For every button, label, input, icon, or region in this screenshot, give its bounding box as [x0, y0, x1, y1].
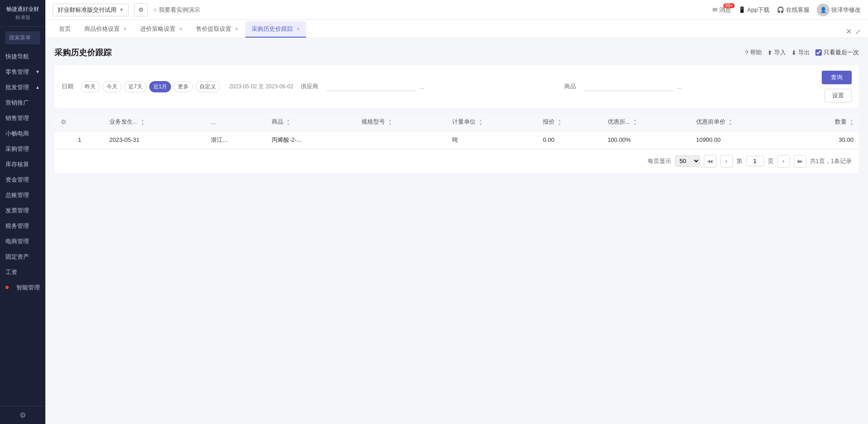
supplier-input[interactable] — [326, 82, 416, 91]
page-last-button[interactable]: ⏭ — [794, 155, 806, 168]
online-support-button[interactable]: 🎧 在线客服 — [777, 6, 809, 14]
date-btn-yesterday[interactable]: 昨天 — [81, 81, 100, 92]
per-page-label: 每页显示 — [648, 157, 671, 165]
sidebar-search-area: 搜索菜单 — [0, 27, 45, 49]
last-only-checkbox[interactable] — [815, 49, 822, 56]
date-range-display: 2023-05-02 至 2023-06-02 — [229, 83, 293, 91]
page-first-button[interactable]: ⏮ — [704, 155, 717, 168]
th-quoted-price[interactable]: 报价 ▲▼ — [537, 113, 602, 131]
close-icon[interactable]: × — [235, 26, 238, 32]
settings-icon[interactable]: ⚙ — [20, 411, 26, 419]
th-spec[interactable]: 规格型号 ▲▼ — [356, 113, 447, 131]
date-filter-label: 日期 — [62, 82, 73, 91]
cell-index: 1 — [73, 131, 104, 149]
sidebar-item-invoice[interactable]: 发票管理 — [0, 203, 45, 218]
product-name: 好业财标准版交付试用 — [58, 6, 117, 14]
avatar: 👤 — [817, 4, 829, 16]
sidebar-item-finance[interactable]: 资金管理 — [0, 172, 45, 188]
sidebar-item-purchase[interactable]: 采购管理 — [0, 141, 45, 157]
close-icon[interactable]: × — [179, 26, 182, 32]
export-button[interactable]: ⬇ 导出 — [791, 48, 810, 57]
product-selector[interactable]: 好业财标准版交付试用 ▼ — [53, 4, 129, 16]
headset-icon: 🎧 — [777, 6, 784, 13]
page-total-info: 共1页，1条记录 — [810, 157, 852, 165]
sidebar-item-retail[interactable]: 零售管理 ▼ — [0, 64, 45, 80]
page-suffix-label: 页 — [768, 157, 774, 165]
th-unit[interactable]: 计量单位 ▲▼ — [447, 113, 537, 131]
sidebar-item-fixed-assets[interactable]: 固定资产 — [0, 249, 45, 265]
sidebar-item-ecommerce[interactable]: 电商管理 — [0, 234, 45, 249]
supplier-label: 供应商 — [301, 82, 318, 91]
last-only-checkbox-label[interactable]: 只看最后一次 — [815, 48, 859, 57]
query-button[interactable]: 查询 — [822, 71, 852, 84]
th-index — [73, 113, 104, 131]
page-number-input[interactable] — [746, 156, 764, 166]
app-download-button[interactable]: 📱 App下载 — [738, 6, 770, 14]
supplier-more-button[interactable]: ... — [419, 83, 424, 90]
page-prev-button[interactable]: ‹ — [720, 155, 733, 168]
goods-more-button[interactable]: ... — [677, 83, 682, 90]
messages-button[interactable]: ✉ 消息 99+ — [712, 6, 731, 14]
cell-goods: 丙烯酸-2-... — [266, 131, 356, 149]
table-row: 1 2023-05-31 浙江... 丙烯酸-2-... 吨 0.00 100.… — [54, 131, 859, 149]
date-btn-1month[interactable]: 近1月 — [149, 81, 171, 92]
message-badge: 99+ — [723, 3, 735, 8]
sidebar-item-sales[interactable]: 销售管理 — [0, 111, 45, 126]
cell-discount-pct: 100.00% — [602, 131, 691, 149]
sidebar-item-ledger[interactable]: 总账管理 — [0, 188, 45, 203]
cell-pre-discount-price: 10900.00 — [691, 131, 795, 149]
date-btn-7days[interactable]: 近7天 — [124, 81, 146, 92]
demo-link[interactable]: ○ 我要看实例演示 — [153, 6, 200, 14]
column-settings-icon[interactable]: ⚙ — [61, 118, 67, 125]
search-menu-button[interactable]: 搜索菜单 — [5, 31, 40, 44]
th-quantity[interactable]: 数量 ▲▼ — [794, 113, 859, 131]
tab-sale-price-extract[interactable]: 售价提取设置 × — [190, 21, 244, 38]
date-btn-more[interactable]: 更多 — [174, 81, 193, 92]
page-next-button[interactable]: › — [777, 155, 790, 168]
sidebar-item-smart[interactable]: 智能管理 — [0, 280, 45, 295]
tab-close-panel-button[interactable]: ✕ — [846, 27, 852, 36]
tab-bar: 首页 商品价格设置 × 进价策略设置 × 售价提取设置 × 采购历史价跟踪 × … — [45, 20, 868, 38]
product-settings-button[interactable]: ⚙ — [134, 3, 148, 17]
tab-purchase-history[interactable]: 采购历史价跟踪 × — [245, 21, 306, 38]
th-more-cols[interactable]: ... — [205, 113, 266, 131]
date-btn-today[interactable]: 今天 — [102, 81, 122, 92]
close-icon[interactable]: × — [297, 26, 300, 32]
goods-input[interactable] — [583, 82, 674, 91]
app-logo[interactable]: 畅捷通好业财 标准版 — [0, 0, 45, 27]
export-icon: ⬇ — [791, 49, 796, 56]
sidebar-item-inventory[interactable]: 库存核算 — [0, 157, 45, 172]
filter-area: 日期 昨天 今天 近7天 近1月 更多 自定义 2023-05-02 至 202… — [54, 65, 859, 108]
page-size-select[interactable]: 50 10 20 100 — [675, 155, 700, 167]
th-gear: ⚙ — [54, 113, 73, 131]
sidebar-item-tax[interactable]: 税务管理 — [0, 218, 45, 234]
tab-expand-button[interactable]: ⤢ — [855, 28, 861, 35]
tab-goods-price[interactable]: 商品价格设置 × — [78, 21, 133, 38]
goods-filter: ... — [583, 82, 814, 91]
page-title-bar: 采购历史价跟踪 ? 帮助 ⬆ 导入 ⬇ 导出 — [54, 47, 859, 58]
sidebar-item-wholesale[interactable]: 批发管理 ▲ — [0, 80, 45, 95]
close-icon[interactable]: × — [123, 26, 127, 32]
logo-line1: 畅捷通好业财 — [4, 5, 42, 13]
tab-purchase-strategy[interactable]: 进价策略设置 × — [134, 21, 189, 38]
sidebar-item-salary[interactable]: 工资 — [0, 265, 45, 280]
pagination-bar: 每页显示 50 10 20 100 ⏮ ‹ 第 页 › ⏭ 共1页，1条记录 — [54, 149, 859, 173]
chevron-down-icon: ▼ — [35, 69, 40, 74]
cell-spec — [356, 131, 447, 149]
th-discount-pct[interactable]: 优惠折... ▲▼ — [602, 113, 691, 131]
goods-label: 商品 — [564, 82, 576, 91]
th-goods[interactable]: 商品 ▲▼ — [266, 113, 356, 131]
tab-home[interactable]: 首页 — [53, 21, 77, 38]
date-btn-custom[interactable]: 自定义 — [195, 81, 220, 92]
filter-settings-button[interactable]: 设置 — [824, 89, 852, 102]
sidebar-item-ecommerce-xc[interactable]: 小畅电商 — [0, 126, 45, 141]
sidebar-item-marketing[interactable]: 营销推广 — [0, 95, 45, 111]
gear-icon: ⚙ — [138, 6, 144, 13]
table-header-row: ⚙ 业务发生... ▲▼ ... 商品 ▲▼ 规格型号 ▲▼ 计量单位 ▲▼ 报… — [54, 113, 859, 131]
sidebar-item-quick-nav[interactable]: 快捷导航 — [0, 49, 45, 64]
th-pre-discount-price[interactable]: 优惠前单价 ▲▼ — [691, 113, 795, 131]
help-link[interactable]: ? 帮助 — [745, 48, 762, 57]
th-biz-date[interactable]: 业务发生... ▲▼ — [104, 113, 205, 131]
user-menu[interactable]: 👤 徐泽华修改 — [817, 4, 861, 16]
import-button[interactable]: ⬆ 导入 — [767, 48, 786, 57]
